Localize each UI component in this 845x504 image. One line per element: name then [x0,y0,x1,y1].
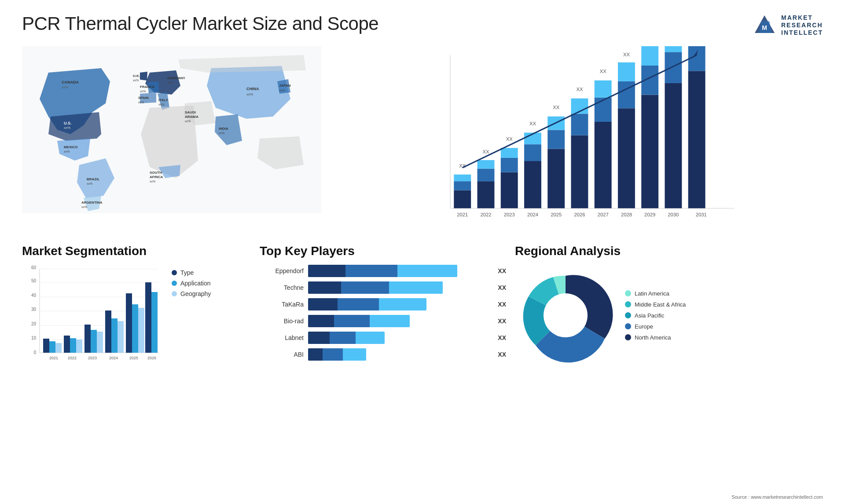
svg-text:2031: 2031 [696,212,707,217]
svg-text:U.S.: U.S. [64,121,72,125]
svg-rect-50 [501,148,518,158]
player-row-eppendorf: Eppendorf XX [260,265,506,277]
svg-rect-118 [84,325,91,353]
svg-rect-124 [118,321,124,353]
seg-legend: Type Application Geography [172,269,211,297]
svg-text:XX: XX [529,121,536,126]
svg-text:50: 50 [31,278,37,283]
svg-text:2024: 2024 [527,212,538,217]
svg-text:XX: XX [553,105,560,110]
svg-text:JAPAN: JAPAN [279,84,291,88]
seg-legend-application: Application [172,280,211,287]
svg-rect-122 [105,310,111,353]
svg-text:0: 0 [33,350,36,355]
svg-text:ARABIA: ARABIA [185,115,198,119]
svg-text:2028: 2028 [621,212,632,217]
legend-latin-america: Latin America [625,290,686,297]
bottom-grid: Market Segmentation 0 10 20 30 40 50 [22,244,823,370]
logo-icon: M [753,13,777,37]
svg-rect-84 [665,52,682,83]
svg-text:60: 60 [31,265,37,270]
svg-rect-43 [478,181,495,208]
world-map-section: CANADA xx% U.S. xx% MEXICO xx% BRAZIL xx… [22,46,321,235]
svg-text:SAUDI: SAUDI [185,110,196,114]
svg-text:2023: 2023 [88,356,97,360]
svg-text:xx%: xx% [158,103,164,106]
latin-america-dot [625,290,631,296]
svg-rect-63 [571,135,588,208]
segmentation-chart: 0 10 20 30 40 50 60 [22,265,163,370]
svg-text:XX: XX [623,52,630,57]
svg-rect-80 [641,46,658,66]
svg-text:xx%: xx% [150,180,155,183]
source-text: Source : www.marketresearchintellect.com [731,494,823,500]
legend-middle-east-africa: Middle East & Africa [625,301,686,308]
svg-text:xx%: xx% [138,101,144,104]
svg-text:2021: 2021 [457,212,468,217]
svg-rect-112 [55,343,62,353]
svg-text:40: 40 [31,293,37,298]
svg-text:CANADA: CANADA [62,80,79,84]
svg-rect-120 [97,332,103,353]
seg-legend-geography: Geography [172,290,211,297]
europe-dot [625,323,631,329]
regional-section: Regional Analysis [515,244,823,370]
svg-rect-49 [501,158,518,172]
svg-text:xx%: xx% [185,120,191,123]
svg-text:XX: XX [576,87,583,92]
svg-rect-85 [665,46,682,52]
svg-text:xx%: xx% [87,182,92,185]
player-row-takara: TaKaRa XX [260,298,506,310]
svg-rect-54 [524,144,541,161]
type-dot [172,270,177,275]
asia-pacific-dot [625,312,631,318]
svg-text:XX: XX [482,149,489,154]
svg-text:MEXICO: MEXICO [64,145,78,149]
svg-rect-48 [501,172,518,208]
legend-north-america: North America [625,334,686,341]
svg-text:20: 20 [31,321,37,326]
page-title: PCR Thermal Cycler Market Size and Scope [22,13,378,34]
svg-rect-127 [132,304,138,353]
svg-rect-131 [151,292,158,353]
svg-text:2030: 2030 [668,212,679,217]
svg-rect-59 [547,130,565,149]
svg-text:30: 30 [31,307,37,312]
bar-chart-section: XX 2021 XX 2022 XX 2023 XX 2024 [330,46,823,235]
svg-text:GERMANY: GERMANY [167,76,186,80]
svg-text:xx%: xx% [64,150,70,153]
segmentation-section: Market Segmentation 0 10 20 30 40 50 [22,244,251,370]
seg-legend-type: Type [172,269,211,276]
donut-chart [515,265,616,366]
svg-text:BRAZIL: BRAZIL [87,177,99,181]
svg-text:2025: 2025 [129,356,138,360]
svg-text:2023: 2023 [504,212,515,217]
svg-rect-110 [43,339,49,353]
main-grid: CANADA xx% U.S. xx% MEXICO xx% BRAZIL xx… [22,46,823,370]
svg-rect-116 [76,340,82,353]
svg-text:2025: 2025 [551,212,562,217]
svg-rect-126 [126,293,132,353]
svg-rect-123 [111,318,118,353]
svg-rect-130 [145,282,151,353]
svg-rect-78 [641,95,658,208]
svg-rect-68 [595,122,612,208]
svg-rect-115 [70,338,76,353]
svg-rect-53 [524,161,541,208]
regional-title: Regional Analysis [515,244,823,258]
svg-text:xx%: xx% [167,81,173,84]
svg-rect-88 [688,71,705,208]
legend-asia-pacific: Asia Pacific [625,312,686,319]
logo-text: MARKET RESEARCH INTELLECT [781,14,823,36]
svg-text:2026: 2026 [574,212,585,217]
svg-text:2027: 2027 [598,212,609,217]
page-container: PCR Thermal Cycler Market Size and Scope… [0,0,845,504]
svg-rect-70 [595,80,612,98]
svg-text:XX: XX [506,136,513,142]
logo-container: M MARKET RESEARCH INTELLECT [753,13,823,37]
svg-text:INDIA: INDIA [219,127,228,131]
growth-bar-chart: XX 2021 XX 2022 XX 2023 XX 2024 [339,46,823,235]
svg-rect-114 [64,336,70,353]
svg-text:2022: 2022 [480,212,491,217]
application-dot [172,281,177,286]
